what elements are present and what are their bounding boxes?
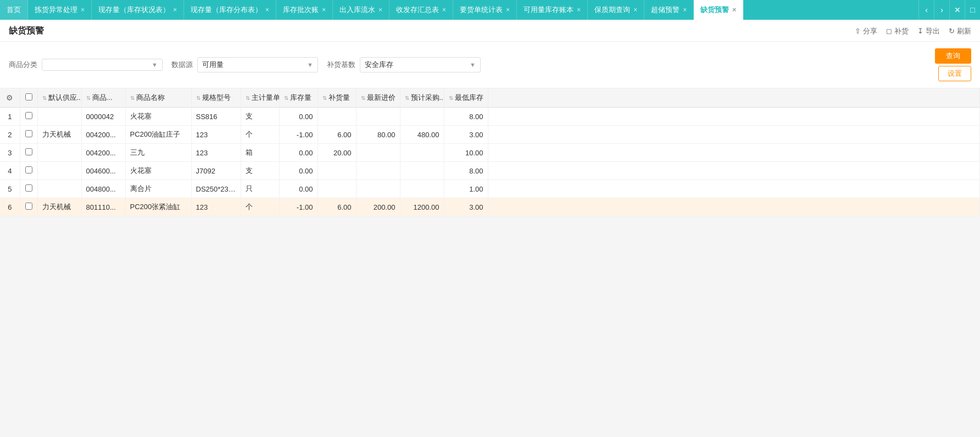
row-num: 2 xyxy=(0,126,20,144)
th-replenish[interactable]: ⇅ 补货量 xyxy=(318,88,356,108)
tab-close-inventory-dist[interactable]: × xyxy=(265,6,269,14)
filter-row: 商品分类 ▼ 数据源 可用量 ▼ 补货基数 安全库存 ▼ 查询 设置 xyxy=(0,42,980,88)
tab-available[interactable]: 可用量库存账本 × xyxy=(517,0,588,20)
tab-inout[interactable]: 出入库流水 × xyxy=(333,0,389,20)
tab-expand[interactable]: □ xyxy=(965,0,980,20)
tab-order-stat[interactable]: 要货单统计表 × xyxy=(453,0,517,20)
row-latest-price xyxy=(356,144,400,162)
th-spec[interactable]: ⇅ 规格型号 xyxy=(191,88,241,108)
table-container: ⚙ ⇅ 默认供应... ⇅ 商品... xyxy=(0,88,980,216)
row-extra xyxy=(488,126,980,144)
row-stock: 0.00 xyxy=(279,180,318,198)
row-checkbox[interactable] xyxy=(25,203,32,210)
row-stock: -1.00 xyxy=(279,198,318,216)
share-button[interactable]: ⇧ 分享 xyxy=(855,26,877,36)
tab-picking[interactable]: 拣货异常处理 × xyxy=(28,0,92,20)
row-unit: 支 xyxy=(241,162,279,180)
replenish-base-label: 补货基数 xyxy=(327,60,355,70)
tab-close-available[interactable]: × xyxy=(577,6,581,14)
datasource-filter-group: 数据源 可用量 ▼ xyxy=(171,57,318,72)
tab-batch[interactable]: 库存批次账 × xyxy=(276,0,333,20)
row-check-cell[interactable] xyxy=(20,144,37,162)
th-supplier[interactable]: ⇅ 默认供应... xyxy=(37,88,81,108)
tab-close-batch[interactable]: × xyxy=(322,6,326,14)
tab-close-summary[interactable]: × xyxy=(442,6,446,14)
th-name[interactable]: ⇅ 商品名称 xyxy=(125,88,191,108)
select-all-checkbox[interactable] xyxy=(25,93,32,100)
row-check-cell[interactable] xyxy=(20,162,37,180)
tab-summary[interactable]: 收发存汇总表 × xyxy=(389,0,453,20)
row-replenish: 20.00 xyxy=(318,144,356,162)
page-title: 缺货预警 xyxy=(9,25,44,37)
tab-home[interactable]: 首页 xyxy=(0,0,28,20)
tab-close-shortage[interactable]: × xyxy=(732,6,736,14)
row-check-cell[interactable] xyxy=(20,108,37,126)
row-extra xyxy=(488,180,980,198)
tab-close-overstock[interactable]: × xyxy=(683,6,687,14)
row-stock: 0.00 xyxy=(279,108,318,126)
tab-overstock[interactable]: 超储预警 × xyxy=(644,0,694,20)
row-checkbox[interactable] xyxy=(25,148,32,155)
row-checkbox[interactable] xyxy=(25,184,32,192)
row-extra xyxy=(488,108,980,126)
tab-close-order-stat[interactable]: × xyxy=(506,6,510,14)
row-checkbox[interactable] xyxy=(25,112,32,119)
table-row: 4 004600... 火花塞 J7092 支 0.00 8.00 xyxy=(0,162,980,180)
row-code: 004200... xyxy=(81,126,125,144)
replenish-base-select[interactable]: 安全库存 ▼ xyxy=(360,57,481,72)
row-spec: SS816 xyxy=(191,108,241,126)
filter-actions: 查询 设置 xyxy=(935,48,971,81)
th-code[interactable]: ⇅ 商品... xyxy=(81,88,125,108)
replenish-button[interactable]: ◻ 补货 xyxy=(886,26,909,36)
th-estimated-purchase[interactable]: ⇅ 预计采购... xyxy=(400,88,444,108)
query-button[interactable]: 查询 xyxy=(935,48,971,64)
tab-close-expiry[interactable]: × xyxy=(633,6,637,14)
row-min-stock: 8.00 xyxy=(444,108,488,126)
refresh-button[interactable]: ↻ 刷新 xyxy=(949,26,971,36)
sort-icon-name: ⇅ xyxy=(130,95,135,101)
tab-expiry[interactable]: 保质期查询 × xyxy=(588,0,644,20)
tab-scroll-right[interactable]: › xyxy=(934,0,949,20)
category-arrow-icon: ▼ xyxy=(152,61,158,68)
replenish-base-arrow-icon: ▼ xyxy=(470,61,476,68)
table-row: 2 力天机械 004200... PC200油缸庄子 123 个 -1.00 6… xyxy=(0,126,980,144)
tab-close-all[interactable]: ✕ xyxy=(949,0,965,20)
datasource-select[interactable]: 可用量 ▼ xyxy=(197,57,318,72)
row-spec: 123 xyxy=(191,126,241,144)
tab-shortage[interactable]: 缺货预警 × xyxy=(694,0,743,20)
row-num: 6 xyxy=(0,198,20,216)
row-replenish: 6.00 xyxy=(318,198,356,216)
gear-icon[interactable]: ⚙ xyxy=(6,93,13,102)
row-check-cell[interactable] xyxy=(20,126,37,144)
row-estimated-purchase xyxy=(400,108,444,126)
row-checkbox[interactable] xyxy=(25,166,32,173)
table-row: 5 004800... 离合片 DS250*23c... 只 0.00 1.00 xyxy=(0,180,980,198)
th-min-stock[interactable]: ⇅ 最低库存 xyxy=(444,88,488,108)
table-body: 1 0000042 火花塞 SS816 支 0.00 8.00 2 力天机械 0… xyxy=(0,108,980,216)
row-min-stock: 1.00 xyxy=(444,180,488,198)
th-latest-price[interactable]: ⇅ 最新进价 xyxy=(356,88,400,108)
row-check-cell[interactable] xyxy=(20,198,37,216)
row-unit: 只 xyxy=(241,180,279,198)
tab-close-inout[interactable]: × xyxy=(378,6,382,14)
tab-scroll-left[interactable]: ‹ xyxy=(918,0,934,20)
settings-button[interactable]: 设置 xyxy=(938,66,971,81)
row-code: 0000042 xyxy=(81,108,125,126)
th-stock[interactable]: ⇅ 库存量 xyxy=(279,88,318,108)
tab-close-inventory-status[interactable]: × xyxy=(173,6,177,14)
row-estimated-purchase xyxy=(400,144,444,162)
tab-inventory-dist[interactable]: 现存量（库存分布表） × xyxy=(184,0,276,20)
row-check-cell[interactable] xyxy=(20,180,37,198)
row-estimated-purchase xyxy=(400,180,444,198)
export-button[interactable]: ↧ 导出 xyxy=(917,26,940,36)
category-select[interactable]: ▼ xyxy=(42,59,163,71)
tab-close-picking[interactable]: × xyxy=(81,6,85,14)
row-num: 1 xyxy=(0,108,20,126)
row-checkbox[interactable] xyxy=(25,130,32,137)
row-min-stock: 10.00 xyxy=(444,144,488,162)
row-spec: 123 xyxy=(191,144,241,162)
datasource-arrow-icon: ▼ xyxy=(307,61,313,68)
row-code: 004800... xyxy=(81,180,125,198)
th-unit[interactable]: ⇅ 主计量单位 xyxy=(241,88,279,108)
tab-inventory-status[interactable]: 现存量（库存状况表） × xyxy=(92,0,184,20)
